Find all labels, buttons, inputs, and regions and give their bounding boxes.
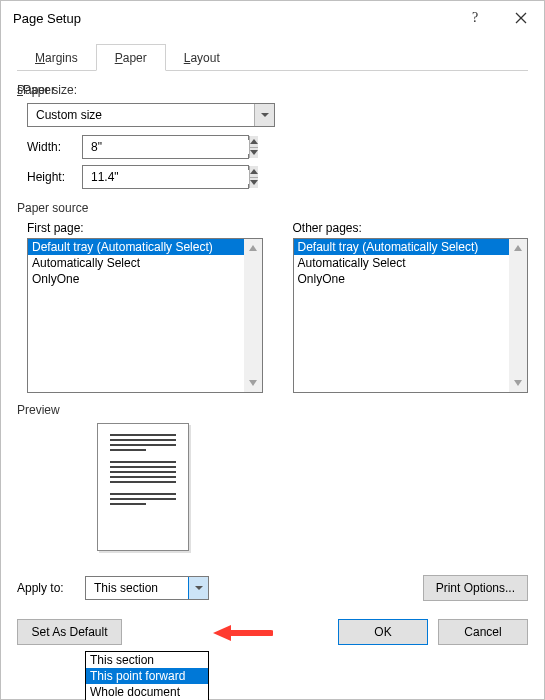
other-pages-listbox[interactable]: Default tray (Automatically Select) Auto…: [293, 238, 529, 393]
list-item[interactable]: Default tray (Automatically Select): [294, 239, 510, 255]
titlebar: Page Setup ?: [1, 1, 544, 35]
window-title: Page Setup: [13, 11, 81, 26]
tab-margins[interactable]: Margins: [17, 45, 96, 70]
paper-size-value: Custom size: [28, 108, 254, 122]
close-icon: [515, 12, 527, 24]
page-preview-thumbnail: [97, 423, 189, 551]
triangle-down-icon: [250, 150, 258, 155]
chevron-up-icon: [249, 245, 257, 251]
chevron-down-icon: [249, 380, 257, 386]
tab-layout[interactable]: Layout: [166, 45, 238, 70]
apply-to-options-popup: This section This point forward Whole do…: [85, 651, 209, 700]
paper-source-group-label: Paper source: [17, 201, 528, 215]
height-label: Height:: [27, 170, 82, 184]
triangle-down-icon: [250, 180, 258, 185]
height-input[interactable]: [83, 170, 249, 184]
scroll-down-button[interactable]: [509, 374, 527, 392]
tab-paper[interactable]: Paper: [96, 44, 166, 71]
other-pages-label: Other pages:: [293, 221, 529, 235]
apply-to-dropdown-button[interactable]: [188, 577, 208, 599]
preview-label: Preview: [17, 403, 528, 417]
chevron-down-icon: [514, 380, 522, 386]
chevron-down-icon: [261, 113, 269, 117]
list-item[interactable]: OnlyOne: [294, 271, 510, 287]
help-button[interactable]: ?: [452, 1, 498, 35]
scrollbar[interactable]: [244, 239, 262, 392]
cancel-button[interactable]: Cancel: [438, 619, 528, 645]
apply-to-option[interactable]: Whole document: [86, 684, 208, 700]
width-input[interactable]: [83, 140, 249, 154]
width-spinner[interactable]: [82, 135, 249, 159]
apply-to-option[interactable]: This section: [86, 652, 208, 668]
width-spin-down[interactable]: [250, 147, 258, 159]
height-spin-down[interactable]: [250, 177, 258, 189]
paper-size-dropdown[interactable]: Custom size: [27, 103, 275, 127]
close-button[interactable]: [498, 1, 544, 35]
height-spin-up[interactable]: [250, 166, 258, 177]
width-spin-up[interactable]: [250, 136, 258, 147]
page-setup-dialog: Page Setup ? Margins Paper Layout sPaper…: [0, 0, 545, 700]
chevron-down-icon: [195, 586, 203, 590]
first-page-label: First page:: [27, 221, 263, 235]
apply-to-value: This section: [86, 581, 188, 595]
list-item[interactable]: Automatically Select: [28, 255, 244, 271]
triangle-up-icon: [250, 169, 258, 174]
apply-to-option[interactable]: This point forward: [86, 668, 208, 684]
triangle-up-icon: [250, 139, 258, 144]
apply-to-label: Apply to:: [17, 581, 85, 595]
paper-size-dropdown-button[interactable]: [254, 104, 274, 126]
width-label: Width:: [27, 140, 82, 154]
scrollbar[interactable]: [509, 239, 527, 392]
list-item[interactable]: Default tray (Automatically Select): [28, 239, 244, 255]
scroll-up-button[interactable]: [244, 239, 262, 257]
set-default-button[interactable]: Set As Default: [17, 619, 122, 645]
chevron-up-icon: [514, 245, 522, 251]
first-page-listbox[interactable]: Default tray (Automatically Select) Auto…: [27, 238, 263, 393]
print-options-button[interactable]: Print Options...: [423, 575, 528, 601]
list-item[interactable]: OnlyOne: [28, 271, 244, 287]
paper-size-group-label: Paper size:: [17, 83, 528, 97]
height-spinner[interactable]: [82, 165, 249, 189]
scroll-up-button[interactable]: [509, 239, 527, 257]
tabstrip: Margins Paper Layout: [17, 43, 528, 71]
apply-to-dropdown[interactable]: This section: [85, 576, 209, 600]
ok-button[interactable]: OK: [338, 619, 428, 645]
list-item[interactable]: Automatically Select: [294, 255, 510, 271]
scroll-down-button[interactable]: [244, 374, 262, 392]
